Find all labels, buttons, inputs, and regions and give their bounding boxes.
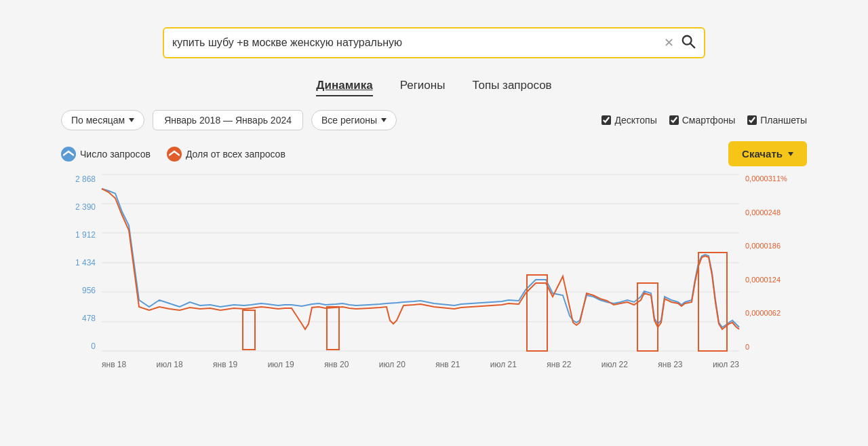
chart-container: 2 868 2 390 1 912 1 434 956 478 0 0,0000… — [61, 174, 807, 378]
y-label: 0 — [91, 341, 96, 351]
x-label: июл 20 — [379, 360, 406, 369]
desktops-checkbox[interactable]: Десктопы — [601, 115, 656, 126]
x-label: янв 23 — [658, 360, 682, 369]
legend-dot-blue — [61, 147, 76, 162]
y-label: 2 390 — [75, 202, 96, 212]
chevron-down-icon — [381, 118, 387, 122]
y-label: 1 912 — [75, 230, 96, 240]
y-label: 2 868 — [75, 174, 96, 184]
legend-share: Доля от всех запросов — [167, 147, 285, 162]
y-label: 956 — [82, 286, 96, 295]
legend-requests: Число запросов — [61, 147, 151, 162]
chevron-down-icon — [788, 152, 793, 156]
date-range-button[interactable]: Январь 2018 — Январь 2024 — [153, 110, 303, 130]
chart-svg — [102, 174, 739, 351]
anomaly-rect-jan19 — [243, 310, 255, 350]
y-label-right: 0,0000311% — [745, 174, 787, 183]
chart-area — [102, 174, 739, 351]
y-label-right: 0,0000248 — [745, 208, 781, 217]
y-axis-left: 2 868 2 390 1 912 1 434 956 478 0 — [61, 174, 98, 351]
region-dropdown[interactable]: Все регионы — [311, 110, 397, 130]
svg-line-1 — [690, 43, 694, 48]
download-button[interactable]: Скачать — [728, 141, 807, 166]
x-label: янв 19 — [213, 360, 237, 369]
legend-dot-red — [167, 147, 182, 162]
blue-line — [102, 189, 739, 327]
search-box: купить шубу +в москве женскую натуральну… — [163, 27, 705, 58]
smartphones-checkbox[interactable]: Смартфоны — [669, 115, 736, 126]
x-label: июл 22 — [601, 360, 628, 369]
x-label: июл 19 — [268, 360, 294, 369]
y-label: 478 — [82, 314, 96, 323]
tab-topy[interactable]: Топы запросов — [472, 79, 551, 96]
x-axis: янв 18 июл 18 янв 19 июл 19 янв 20 июл 2… — [102, 351, 739, 378]
tab-dinamika[interactable]: Динамика — [316, 79, 372, 96]
period-dropdown[interactable]: По месяцам — [61, 110, 144, 130]
y-label-right: 0,0000124 — [745, 276, 781, 284]
y-label-right: 0 — [745, 343, 749, 351]
x-label: июл 23 — [713, 360, 739, 369]
red-line — [102, 189, 739, 329]
x-label: янв 21 — [435, 360, 460, 369]
y-label: 1 434 — [75, 258, 96, 267]
anomaly-rect-jul19 — [327, 307, 339, 350]
tablets-checkbox[interactable]: Планшеты — [747, 115, 807, 126]
x-label: июл 21 — [490, 360, 517, 369]
clear-icon[interactable]: ✕ — [664, 37, 674, 49]
search-input[interactable]: купить шубу +в москве женскую натуральну… — [172, 37, 664, 49]
search-icon[interactable] — [681, 34, 696, 52]
y-label-right: 0,0000186 — [745, 242, 781, 250]
anomaly-rect-jul23 — [698, 253, 727, 351]
search-wrapper: купить шубу +в москве женскую натуральну… — [163, 27, 705, 58]
x-label: июл 18 — [157, 360, 183, 369]
device-checkboxes: Десктопы Смартфоны Планшеты — [601, 115, 807, 126]
x-label: янв 20 — [324, 360, 349, 369]
y-label-right: 0,0000062 — [745, 309, 781, 317]
tab-regiony[interactable]: Регионы — [400, 79, 446, 96]
tabs-container: Динамика Регионы Топы запросов — [316, 79, 551, 96]
legend-row: Число запросов Доля от всех запросов Ска… — [61, 141, 807, 166]
x-label: янв 18 — [102, 360, 126, 369]
chevron-down-icon — [129, 118, 134, 122]
x-label: янв 22 — [547, 360, 571, 369]
y-axis-right: 0,0000311% 0,0000248 0,0000186 0,0000124… — [743, 174, 807, 351]
controls-row: По месяцам Январь 2018 — Январь 2024 Все… — [61, 110, 807, 130]
